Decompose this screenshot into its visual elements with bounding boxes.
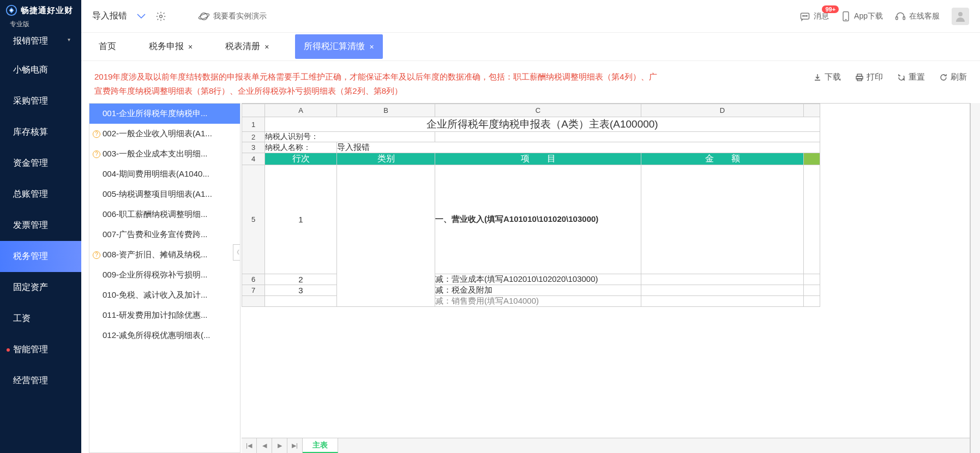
close-icon[interactable]: ×: [188, 43, 193, 51]
org-dropdown[interactable]: [137, 14, 146, 19]
col-header-c[interactable]: C: [435, 104, 641, 117]
cell-7-amount[interactable]: [641, 285, 804, 296]
cell-8-extra[interactable]: [804, 296, 820, 307]
col-header-b[interactable]: B: [337, 104, 435, 117]
tree-item-5[interactable]: 006-职工薪酬纳税调整明细...: [89, 204, 240, 225]
row-header-1[interactable]: 1: [242, 117, 265, 132]
tree-item-0[interactable]: 001-企业所得税年度纳税申...: [89, 104, 240, 124]
header-project[interactable]: 项 目: [435, 153, 641, 165]
sidebar-item-2[interactable]: 采购管理: [0, 86, 81, 117]
tab-1[interactable]: 税务申报×: [142, 37, 199, 57]
sidebar-item-10[interactable]: 智能管理: [0, 334, 81, 365]
customer-service-button[interactable]: 在线客服: [895, 11, 940, 22]
cell-8-amount[interactable]: [641, 296, 804, 307]
cell-5-extra[interactable]: [804, 165, 820, 274]
cell-6-project[interactable]: 减：营业成本(填写A102010\102020\103000): [435, 274, 641, 285]
cell-7-extra[interactable]: [804, 285, 820, 296]
tab-3[interactable]: 所得税汇算清缴×: [295, 34, 382, 59]
tree-item-11[interactable]: 012-减免所得税优惠明细表(...: [89, 325, 240, 346]
sidebar-item-9[interactable]: 工资: [0, 303, 81, 334]
row-header-3[interactable]: 3: [242, 142, 265, 153]
sidebar-item-0[interactable]: 报销管理▾: [0, 33, 81, 55]
row-header-8[interactable]: [242, 296, 265, 307]
corner-cell[interactable]: [242, 104, 265, 117]
tree-item-1[interactable]: ?002-一般企业收入明细表(A1...: [89, 124, 240, 144]
cell-8-line[interactable]: [265, 296, 337, 307]
col-header-d[interactable]: D: [641, 104, 804, 117]
header-extra[interactable]: [804, 153, 820, 165]
demo-link[interactable]: 我要看实例演示: [198, 10, 267, 22]
app-download-button[interactable]: App下载: [841, 11, 883, 22]
download-icon: [813, 73, 822, 82]
sheet-title[interactable]: 企业所得税年度纳税申报表（A类）主表(A100000): [265, 117, 820, 132]
col-header-a[interactable]: A: [265, 104, 337, 117]
tree-item-8[interactable]: 009-企业所得税弥补亏损明...: [89, 265, 240, 285]
close-icon[interactable]: ×: [369, 43, 374, 51]
tree-item-label: 007-广告费和业务宣传费跨...: [103, 229, 208, 239]
sidebar-item-11[interactable]: 经营管理: [0, 365, 81, 396]
sheet-tab-main[interactable]: 主表: [303, 438, 338, 453]
col-header-extra[interactable]: [804, 104, 820, 117]
sheet-nav-next[interactable]: ▶: [272, 438, 287, 453]
taxpayer-id-value[interactable]: [435, 132, 820, 142]
header-amount[interactable]: 金 额: [641, 153, 804, 165]
download-button[interactable]: 下载: [813, 72, 841, 82]
row-header-5[interactable]: 5: [242, 165, 265, 274]
cell-7-project[interactable]: 减：税金及附加: [435, 285, 641, 296]
print-button[interactable]: 打印: [855, 72, 883, 82]
svg-rect-16: [857, 78, 862, 81]
sidebar-item-4[interactable]: 资金管理: [0, 148, 81, 179]
cell-8-project[interactable]: 减：销售费用(填写A104000): [435, 296, 641, 307]
taxpayer-id-label[interactable]: 纳税人识别号：: [265, 132, 435, 142]
messages-button[interactable]: 消息 99+: [799, 11, 829, 22]
row-header-7[interactable]: 7: [242, 285, 265, 296]
sidebar-item-3[interactable]: 库存核算: [0, 117, 81, 148]
sidebar-item-8[interactable]: 固定资产: [0, 272, 81, 303]
close-icon[interactable]: ×: [264, 43, 269, 51]
sheet-scroll[interactable]: A B C D 1 企业所得税年度纳税申报表（A类）主表(A100000): [242, 104, 970, 438]
tree-item-7[interactable]: ?008-资产折旧、摊销及纳税...: [89, 245, 240, 265]
sidebar-item-6[interactable]: 发票管理: [0, 210, 81, 241]
gear-icon[interactable]: [155, 11, 166, 22]
tree-item-4[interactable]: 005-纳税调整项目明细表(A1...: [89, 184, 240, 204]
row-header-6[interactable]: 6: [242, 274, 265, 285]
collapse-handle[interactable]: 《: [233, 244, 241, 261]
tab-2[interactable]: 税表清册×: [219, 37, 275, 57]
tabs-bar: 首页税务申报×税表清册×所得税汇算清缴×: [81, 33, 980, 61]
header-category[interactable]: 类别: [337, 153, 435, 165]
taxpayer-name-value[interactable]: 导入报错: [337, 142, 820, 153]
sheet-nav-last[interactable]: ▶|: [287, 438, 303, 453]
cell-5-amount[interactable]: [641, 165, 804, 274]
svg-point-4: [198, 13, 209, 20]
warning-icon: ?: [93, 150, 100, 158]
cell-5-project[interactable]: 一、营业收入(填写A101010\101020\103000): [435, 165, 641, 274]
cell-category[interactable]: [337, 165, 435, 307]
main-area: 导入报错 我要看实例演示: [81, 0, 980, 453]
tree-item-6[interactable]: 007-广告费和业务宣传费跨...: [89, 225, 240, 245]
sheet-nav-first[interactable]: |◀: [242, 438, 257, 453]
cell-7-line[interactable]: 3: [265, 285, 337, 296]
refresh-button[interactable]: 刷新: [939, 72, 967, 82]
tree-item-3[interactable]: 004-期间费用明细表(A1040...: [89, 164, 240, 184]
sheet-nav-prev[interactable]: ◀: [257, 438, 272, 453]
avatar[interactable]: [952, 8, 969, 25]
vertical-scrollbar[interactable]: [970, 103, 980, 453]
reset-label: 重置: [909, 72, 925, 82]
taxpayer-name-label[interactable]: 纳税人名称：: [265, 142, 337, 153]
header-line[interactable]: 行次: [265, 153, 337, 165]
tree-item-9[interactable]: 010-免税、减计收入及加计...: [89, 285, 240, 305]
cell-6-amount[interactable]: [641, 274, 804, 285]
warning-icon: ?: [93, 130, 100, 138]
tab-0[interactable]: 首页: [92, 37, 123, 57]
sidebar-item-1[interactable]: 小畅电商: [0, 55, 81, 86]
reset-button[interactable]: 重置: [897, 72, 925, 82]
sidebar-item-7[interactable]: 税务管理: [0, 241, 81, 272]
tree-item-2[interactable]: ?003-一般企业成本支出明细...: [89, 144, 240, 164]
sidebar-item-5[interactable]: 总账管理: [0, 179, 81, 210]
row-header-4[interactable]: 4: [242, 153, 265, 165]
cell-6-extra[interactable]: [804, 274, 820, 285]
tree-item-10[interactable]: 011-研发费用加计扣除优惠...: [89, 305, 240, 325]
cell-5-line[interactable]: 1: [265, 165, 337, 274]
row-header-2[interactable]: 2: [242, 132, 265, 142]
cell-6-line[interactable]: 2: [265, 274, 337, 285]
